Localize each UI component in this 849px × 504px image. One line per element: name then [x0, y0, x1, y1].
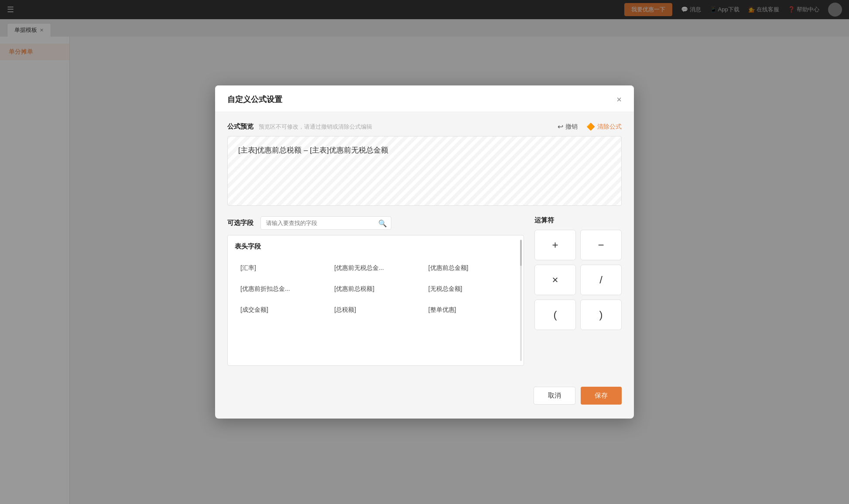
- fields-title: 可选字段: [227, 219, 253, 227]
- formula-display: [主表]优惠前总税额 – [主表]优惠前无税总金额: [238, 145, 611, 155]
- list-item[interactable]: [无税总金额]: [423, 279, 517, 300]
- list-item[interactable]: [整单优惠]: [423, 300, 517, 320]
- fields-grid: [汇率] [优惠前无税总金... [优惠前总金额] [优惠前折扣总金... [优…: [235, 258, 517, 320]
- scroll-thumb: [520, 240, 522, 266]
- left-paren-symbol: (: [554, 309, 557, 321]
- search-icon: 🔍: [378, 219, 387, 227]
- minus-symbol: −: [598, 239, 604, 251]
- clear-formula-button[interactable]: 🔶 清除公式: [586, 123, 622, 131]
- fields-group-title: 表头字段: [235, 242, 517, 251]
- formula-dialog: 自定义公式设置 × 公式预览 预览区不可修改，请通过撤销或清除公式编辑 ↩ 撤销…: [215, 85, 634, 419]
- list-item[interactable]: [成交金额]: [235, 300, 329, 320]
- fields-scroll[interactable]: 表头字段 [汇率] [优惠前无税总金... [优惠前总金额] [优惠前折扣总金.…: [235, 242, 517, 320]
- search-box: 🔍: [260, 216, 391, 230]
- list-item[interactable]: [汇率]: [235, 258, 329, 279]
- save-button[interactable]: 保存: [581, 387, 622, 405]
- list-item[interactable]: [总税额]: [329, 300, 422, 320]
- list-item[interactable]: [优惠前折扣总金...: [235, 279, 329, 300]
- fields-section: 可选字段 🔍 表头字段 [汇率] [优惠前无税总金... [优惠前总金额] [优…: [227, 216, 524, 366]
- undo-button[interactable]: ↩ 撤销: [558, 123, 578, 131]
- operators-grid: + − × / ( ): [534, 230, 622, 330]
- undo-label: 撤销: [565, 123, 578, 131]
- formula-actions: ↩ 撤销 🔶 清除公式: [558, 123, 622, 131]
- operators-section: 运算符 + − × / (: [534, 216, 622, 330]
- scrollbar[interactable]: [520, 240, 522, 361]
- list-item[interactable]: [优惠前无税总金...: [329, 258, 422, 279]
- clear-label: 清除公式: [597, 123, 622, 131]
- dialog-header: 自定义公式设置 ×: [215, 85, 634, 112]
- multiply-operator-button[interactable]: ×: [534, 265, 576, 295]
- multiply-symbol: ×: [552, 274, 558, 286]
- fields-container: 表头字段 [汇率] [优惠前无税总金... [优惠前总金额] [优惠前折扣总金.…: [227, 235, 524, 366]
- right-paren-symbol: ): [599, 309, 603, 321]
- plus-symbol: +: [552, 239, 558, 251]
- divide-operator-button[interactable]: /: [580, 265, 622, 295]
- search-input[interactable]: [260, 216, 391, 230]
- dialog-close-button[interactable]: ×: [616, 95, 622, 104]
- left-paren-operator-button[interactable]: (: [534, 300, 576, 330]
- operators-title: 运算符: [534, 216, 622, 225]
- list-item[interactable]: [优惠前总税额]: [329, 279, 422, 300]
- dialog-title: 自定义公式设置: [227, 94, 282, 105]
- fields-header: 可选字段 🔍: [227, 216, 524, 230]
- plus-operator-button[interactable]: +: [534, 230, 576, 260]
- clear-icon: 🔶: [586, 123, 595, 131]
- right-paren-operator-button[interactable]: ): [580, 300, 622, 330]
- dialog-footer: 取消 保存: [215, 387, 634, 405]
- formula-preview-area: [主表]优惠前总税额 – [主表]优惠前无税总金额: [227, 136, 622, 206]
- minus-operator-button[interactable]: −: [580, 230, 622, 260]
- formula-section-title: 公式预览: [227, 123, 253, 131]
- bottom-section: 可选字段 🔍 表头字段 [汇率] [优惠前无税总金... [优惠前总金额] [优…: [227, 216, 622, 366]
- list-item[interactable]: [优惠前总金额]: [423, 258, 517, 279]
- undo-icon: ↩: [558, 123, 563, 131]
- formula-section-header: 公式预览 预览区不可修改，请通过撤销或清除公式编辑 ↩ 撤销 🔶 清除公式: [227, 123, 622, 131]
- formula-hint: 预览区不可修改，请通过撤销或清除公式编辑: [259, 123, 372, 131]
- cancel-button[interactable]: 取消: [534, 387, 575, 405]
- dialog-body: 公式预览 预览区不可修改，请通过撤销或清除公式编辑 ↩ 撤销 🔶 清除公式 [主…: [215, 112, 634, 376]
- divide-symbol: /: [599, 274, 603, 286]
